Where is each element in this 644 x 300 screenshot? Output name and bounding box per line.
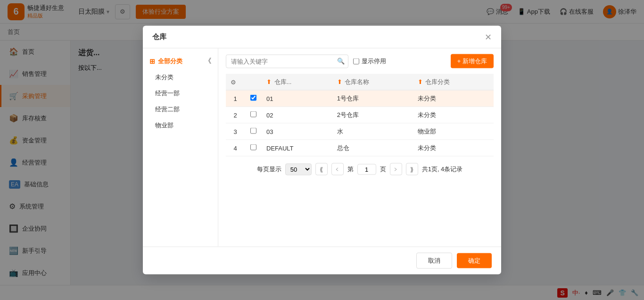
search-icon[interactable]: 🔍 xyxy=(337,58,345,65)
table-header: ⚙ ⬆ 仓库... ⬆ 仓库名称 ⬆ 仓库分类 xyxy=(226,74,494,91)
confirm-button[interactable]: 确定 xyxy=(457,253,492,268)
search-input-wrap: 🔍 xyxy=(226,54,348,68)
td-category: 物业部 xyxy=(413,123,494,140)
first-page-button[interactable]: ⟪ xyxy=(315,163,328,175)
warehouse-table: ⚙ ⬆ 仓库... ⬆ 仓库名称 ⬆ 仓库分类 xyxy=(226,74,494,157)
row-checkbox[interactable] xyxy=(250,144,256,150)
td-checkbox[interactable] xyxy=(245,123,262,140)
table-body: 1 01 1号仓库 未分类 2 02 2号仓库 未分类 3 03 水 物业部 4… xyxy=(226,90,494,156)
row-checkbox[interactable] xyxy=(250,95,256,101)
page-size-select[interactable]: 50 20 100 xyxy=(285,163,312,175)
td-code: 02 xyxy=(262,107,332,123)
row-checkbox[interactable] xyxy=(250,111,256,117)
last-page-button[interactable]: ⟫ xyxy=(406,163,418,175)
td-category: 未分类 xyxy=(413,140,494,156)
sort-icon-category: ⬆ xyxy=(418,78,423,85)
table-row[interactable]: 4 DEFAULT 总仓 未分类 xyxy=(226,140,494,156)
table-row[interactable]: 3 03 水 物业部 xyxy=(226,123,494,140)
next-page-button[interactable]: ﹥ xyxy=(390,163,402,175)
th-gear[interactable]: ⚙ xyxy=(226,74,245,91)
show-disabled-checkbox[interactable] xyxy=(353,58,359,64)
row-checkbox[interactable] xyxy=(250,128,256,134)
th-category[interactable]: ⬆ 仓库分类 xyxy=(413,74,494,91)
warehouse-modal: 仓库 ✕ ⊞ 全部分类 《 未分类 经营一部 经营二部 物业部 🔍 xyxy=(143,26,501,275)
table-row[interactable]: 2 02 2号仓库 未分类 xyxy=(226,107,494,123)
grid-icon: ⊞ xyxy=(149,58,155,65)
td-checkbox[interactable] xyxy=(245,107,262,123)
collapse-icon[interactable]: 《 xyxy=(205,57,211,66)
table-row[interactable]: 1 01 1号仓库 未分类 xyxy=(226,90,494,107)
modal-close-button[interactable]: ✕ xyxy=(485,33,492,41)
modal-header: 仓库 ✕ xyxy=(143,26,501,49)
page-input[interactable] xyxy=(357,164,376,175)
td-name: 2号仓库 xyxy=(332,107,413,123)
modal-sidebar: ⊞ 全部分类 《 未分类 经营一部 经营二部 物业部 xyxy=(143,49,218,247)
modal-category-unclassified[interactable]: 未分类 xyxy=(143,69,218,85)
td-name: 总仓 xyxy=(332,140,413,156)
td-index: 2 xyxy=(226,107,245,123)
pagination: 每页显示 50 20 100 ⟪ ﹤ 第 页 ﹥ ⟫ 共1页, 4条记录 xyxy=(226,157,494,180)
th-checkbox xyxy=(245,74,262,91)
modal-sidebar-header: ⊞ 全部分类 《 xyxy=(143,53,218,69)
modal-category-business1[interactable]: 经营一部 xyxy=(143,85,218,101)
sort-icon-name: ⬆ xyxy=(337,78,342,85)
td-code: 03 xyxy=(262,123,332,140)
modal-footer: 取消 确定 xyxy=(143,247,501,275)
td-checkbox[interactable] xyxy=(245,90,262,107)
modal-body: ⊞ 全部分类 《 未分类 经营一部 经营二部 物业部 🔍 显示停用 + xyxy=(143,49,501,247)
search-input[interactable] xyxy=(226,54,348,68)
cancel-button[interactable]: 取消 xyxy=(416,253,452,269)
td-category: 未分类 xyxy=(413,90,494,107)
th-name[interactable]: ⬆ 仓库名称 xyxy=(332,74,413,91)
td-code: 01 xyxy=(262,90,332,107)
modal-category-property[interactable]: 物业部 xyxy=(143,117,218,133)
td-index: 3 xyxy=(226,123,245,140)
td-name: 水 xyxy=(332,123,413,140)
prev-page-button[interactable]: ﹤ xyxy=(331,163,344,175)
td-index: 4 xyxy=(226,140,245,156)
add-warehouse-button[interactable]: + 新增仓库 xyxy=(451,54,494,68)
modal-main: 🔍 显示停用 + 新增仓库 ⚙ ⬆ 仓库... xyxy=(218,49,501,247)
td-checkbox[interactable] xyxy=(245,140,262,156)
modal-category-business2[interactable]: 经营二部 xyxy=(143,101,218,117)
show-disabled-wrap: 显示停用 xyxy=(353,57,386,66)
sort-icon-code: ⬆ xyxy=(266,78,272,85)
modal-title: 仓库 xyxy=(152,33,166,42)
td-category: 未分类 xyxy=(413,107,494,123)
td-index: 1 xyxy=(226,90,245,107)
th-code[interactable]: ⬆ 仓库... xyxy=(262,74,332,91)
search-row: 🔍 显示停用 + 新增仓库 xyxy=(226,54,494,68)
td-name: 1号仓库 xyxy=(332,90,413,107)
td-code: DEFAULT xyxy=(262,140,332,156)
